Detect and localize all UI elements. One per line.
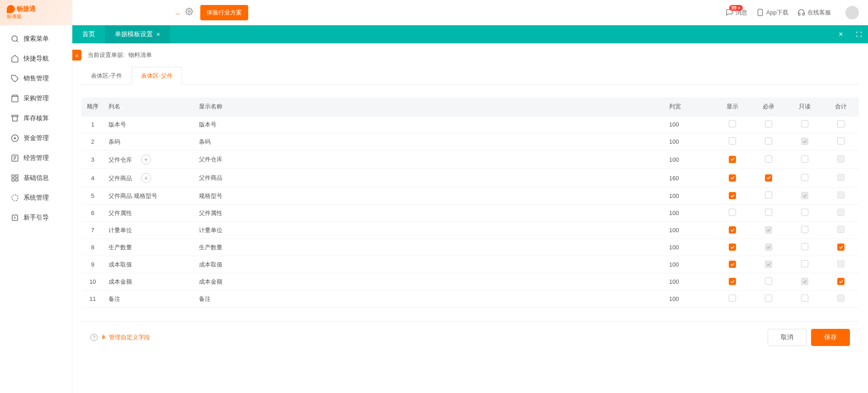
readonly-checkbox[interactable] <box>801 243 808 250</box>
readonly-checkbox[interactable] <box>801 155 808 163</box>
messages-action[interactable]: 99 + 消息 <box>726 9 747 17</box>
show-checkbox[interactable] <box>729 261 736 268</box>
required-checkbox[interactable] <box>765 120 772 127</box>
sidebar-item-purchase[interactable]: 采购管理 <box>0 89 72 108</box>
readonly-checkbox[interactable] <box>801 295 808 302</box>
cell-name[interactable]: 父件属性 <box>104 205 194 222</box>
sidebar-item-sales[interactable]: 销售管理 <box>0 69 72 89</box>
cell-name[interactable]: 计量单位 <box>104 222 194 239</box>
logo[interactable]: 畅捷通 标准版 <box>0 0 72 25</box>
gear-icon[interactable] <box>185 8 193 17</box>
sidebar-item-home[interactable]: 快捷导航 <box>0 49 72 69</box>
show-checkbox[interactable] <box>729 156 736 163</box>
required-checkbox[interactable] <box>765 277 772 285</box>
cell-width[interactable]: 160 <box>665 169 714 187</box>
show-checkbox[interactable] <box>729 209 736 216</box>
table-row[interactable]: 5 父件商品.规格型号 规格型号 100 <box>81 187 859 205</box>
total-checkbox[interactable] <box>837 137 844 145</box>
cell-width[interactable]: 100 <box>665 256 714 273</box>
cell-width[interactable]: 100 <box>665 273 714 290</box>
cell-width[interactable]: 100 <box>665 205 714 222</box>
cell-width[interactable]: 100 <box>665 290 714 308</box>
cell-display[interactable]: 规格型号 <box>194 187 665 205</box>
table-row[interactable]: 9 成本取值 成本取值 100 <box>81 256 859 273</box>
show-checkbox[interactable] <box>729 226 736 234</box>
required-checkbox[interactable] <box>765 174 772 182</box>
table-row[interactable]: 4 父件商品+ 父件商品 160 <box>81 169 859 187</box>
sidebar-item-search[interactable]: 搜索菜单 <box>0 29 72 49</box>
cell-display[interactable]: 生产数量 <box>194 239 665 256</box>
table-row[interactable]: 10 成本金额 成本金额 100 <box>81 273 859 290</box>
cell-width[interactable]: 100 <box>665 239 714 256</box>
required-checkbox[interactable] <box>765 137 772 145</box>
sub-tab-child[interactable]: 表体区-子件 <box>81 67 132 85</box>
sidebar-item-guide[interactable]: 新手引导 <box>0 208 72 228</box>
cell-width[interactable]: 100 <box>665 133 714 150</box>
required-checkbox[interactable] <box>765 192 772 199</box>
sidebar-item-funds[interactable]: 资金管理 <box>0 128 72 148</box>
sidebar-item-system[interactable]: 系统管理 <box>0 188 72 208</box>
sub-tab-parent[interactable]: 表体区-父件 <box>132 67 182 85</box>
cell-display[interactable]: 父件仓库 <box>194 150 665 169</box>
cell-name[interactable]: 父件商品.规格型号 <box>104 187 194 205</box>
tab-template-settings[interactable]: 单据模板设置 × <box>105 25 170 43</box>
download-action[interactable]: App下载 <box>756 9 788 17</box>
required-checkbox[interactable] <box>765 155 772 163</box>
support-action[interactable]: 在线客服 <box>797 9 831 17</box>
cell-name[interactable]: 版本号 <box>104 116 194 133</box>
readonly-checkbox[interactable] <box>801 260 808 267</box>
cell-display[interactable]: 成本取值 <box>194 256 665 273</box>
cell-display[interactable]: 成本金额 <box>194 273 665 290</box>
cell-display[interactable]: 父件商品 <box>194 169 665 187</box>
show-checkbox[interactable] <box>729 174 736 182</box>
cell-name[interactable]: 条码 <box>104 133 194 150</box>
table-row[interactable]: 8 生产数量 生产数量 100 <box>81 239 859 256</box>
cell-name[interactable]: 父件商品+ <box>104 169 194 187</box>
show-checkbox[interactable] <box>729 243 736 251</box>
total-checkbox[interactable] <box>837 243 844 251</box>
show-checkbox[interactable] <box>729 137 736 145</box>
cell-display[interactable]: 条码 <box>194 133 665 150</box>
cell-width[interactable]: 100 <box>665 222 714 239</box>
total-checkbox[interactable] <box>837 120 844 127</box>
sidebar-item-business[interactable]: 经营管理 <box>0 148 72 168</box>
show-checkbox[interactable] <box>729 192 736 199</box>
custom-fields-link[interactable]: 管理自定义字段 <box>100 333 150 342</box>
cancel-button[interactable]: 取消 <box>768 329 807 346</box>
cell-display[interactable]: 备注 <box>194 290 665 308</box>
table-row[interactable]: 11 备注 备注 100 <box>81 290 859 308</box>
sidebar-item-basic[interactable]: 基础信息 <box>0 168 72 188</box>
org-dropdown[interactable]: ⌵ <box>89 8 193 17</box>
show-checkbox[interactable] <box>729 295 736 302</box>
fullscreen-icon[interactable] <box>850 25 868 43</box>
cell-name[interactable]: 成本金额 <box>104 273 194 290</box>
show-checkbox[interactable] <box>729 120 736 127</box>
required-checkbox[interactable] <box>765 295 772 302</box>
close-all-icon[interactable]: × <box>832 25 850 43</box>
required-checkbox[interactable] <box>765 209 772 216</box>
experience-button[interactable]: 体验行业方案 <box>200 5 248 20</box>
readonly-checkbox[interactable] <box>801 174 808 181</box>
cell-width[interactable]: 100 <box>665 187 714 205</box>
cell-name[interactable]: 备注 <box>104 290 194 308</box>
add-icon[interactable]: + <box>141 154 151 164</box>
table-row[interactable]: 6 父件属性 父件属性 100 <box>81 205 859 222</box>
sidebar-item-inventory[interactable]: 库存核算 <box>0 108 72 128</box>
readonly-checkbox[interactable] <box>801 209 808 216</box>
readonly-checkbox[interactable] <box>801 120 808 127</box>
cell-width[interactable]: 100 <box>665 116 714 133</box>
cell-name[interactable]: 父件仓库+ <box>104 150 194 169</box>
table-row[interactable]: 2 条码 条码 100 <box>81 133 859 150</box>
expand-toggle-icon[interactable]: » <box>72 50 81 61</box>
add-icon[interactable]: + <box>141 173 151 183</box>
cell-display[interactable]: 父件属性 <box>194 205 665 222</box>
cell-display[interactable]: 版本号 <box>194 116 665 133</box>
tab-home[interactable]: 首页 <box>72 25 105 43</box>
table-row[interactable]: 1 版本号 版本号 100 <box>81 116 859 133</box>
total-checkbox[interactable] <box>837 278 844 285</box>
cell-name[interactable]: 成本取值 <box>104 256 194 273</box>
readonly-checkbox[interactable] <box>801 226 808 233</box>
show-checkbox[interactable] <box>729 278 736 285</box>
table-row[interactable]: 7 计量单位 计量单位 100 <box>81 222 859 239</box>
cell-display[interactable]: 计量单位 <box>194 222 665 239</box>
